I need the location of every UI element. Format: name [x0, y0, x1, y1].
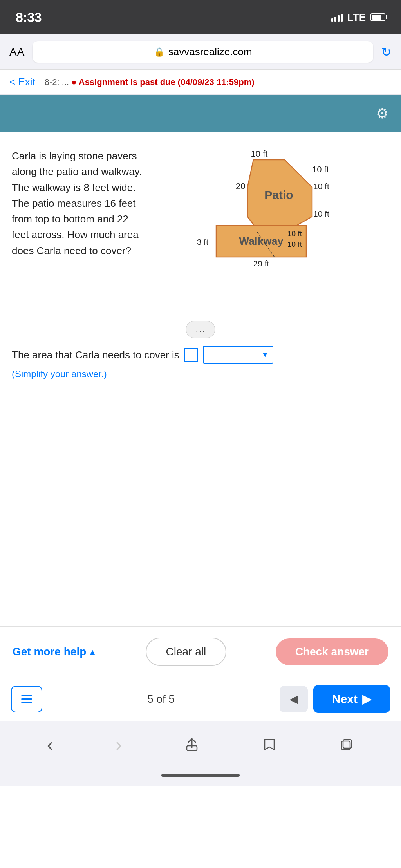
- clear-all-button[interactable]: Clear all: [146, 638, 227, 666]
- check-answer-button[interactable]: Check answer: [276, 638, 388, 665]
- chevron-up-icon: ▲: [89, 647, 96, 656]
- svg-text:10 ft: 10 ft: [251, 149, 268, 159]
- refresh-icon[interactable]: ↻: [381, 45, 392, 60]
- svg-text:Patio: Patio: [264, 188, 293, 201]
- aa-button[interactable]: AA: [9, 46, 25, 58]
- past-due-text: ● Assignment is past due (04/09/23 11:59…: [71, 77, 254, 87]
- browser-nav: ‹ ›: [0, 721, 401, 768]
- get-more-help-label: Get more help: [13, 646, 86, 658]
- problem-text: Carla is laying stone pavers along the p…: [12, 148, 145, 259]
- back-button[interactable]: ‹: [47, 734, 53, 755]
- expand-row: ...: [12, 321, 389, 338]
- home-indicator: [0, 768, 401, 786]
- nav-bar: < Exit 8-2: ... ● Assignment is past due…: [0, 70, 401, 95]
- main-content: Carla is laying stone pavers along the p…: [0, 132, 401, 626]
- svg-text:Walkway: Walkway: [239, 235, 283, 247]
- svg-text:10 ft: 10 ft: [313, 182, 329, 191]
- action-bar: Get more help ▲ Clear all Check answer: [0, 626, 401, 677]
- lte-label: LTE: [347, 11, 366, 24]
- answer-dropdown[interactable]: ▼: [203, 346, 273, 364]
- list-icon: [20, 692, 34, 706]
- browser-bar: AA 🔒 savvasrealize.com ↻: [0, 34, 401, 70]
- url-text: savvasrealize.com: [168, 46, 252, 58]
- answer-section: The area that Carla needs to cover is ▼ …: [12, 346, 389, 380]
- forward-button[interactable]: ›: [116, 734, 122, 755]
- svg-rect-14: [21, 695, 32, 696]
- get-more-help-button[interactable]: Get more help ▲: [13, 646, 96, 658]
- status-time: 8:33: [16, 10, 42, 25]
- svg-text:10 ft: 10 ft: [312, 165, 329, 174]
- status-right: LTE: [331, 11, 385, 24]
- share-button[interactable]: [184, 737, 199, 752]
- svg-text:10 ft: 10 ft: [287, 240, 302, 248]
- next-button[interactable]: Next ▶: [313, 685, 390, 713]
- assignment-info: 8-2: ... ● Assignment is past due (04/09…: [45, 77, 392, 87]
- signal-icon: [331, 13, 343, 22]
- next-arrow-icon: ▶: [362, 692, 371, 706]
- battery-icon: [370, 13, 385, 21]
- dropdown-arrow-icon: ▼: [262, 351, 269, 359]
- svg-text:29 ft: 29 ft: [253, 259, 269, 268]
- pagination-bar: 5 of 5 ◀ Next ▶: [0, 677, 401, 721]
- exit-button[interactable]: < Exit: [9, 76, 35, 88]
- tabs-button[interactable]: [339, 737, 354, 752]
- diagram-svg: 10 ft 10 ft 20 ft Patio 10 ft 10 ft Wa: [153, 148, 389, 289]
- problem-section: Carla is laying stone pavers along the p…: [12, 148, 389, 297]
- svg-rect-16: [21, 702, 32, 703]
- page-info: 5 of 5: [147, 693, 175, 705]
- next-label: Next: [332, 693, 358, 706]
- status-bar: 8:33 LTE: [0, 0, 401, 34]
- answer-row: The area that Carla needs to cover is ▼: [12, 346, 389, 364]
- bookmarks-button[interactable]: [262, 737, 277, 752]
- header-bar: ⚙: [0, 95, 401, 132]
- diagram-area: 10 ft 10 ft 20 ft Patio 10 ft 10 ft Wa: [153, 148, 389, 297]
- lock-icon: 🔒: [154, 47, 164, 57]
- list-view-button[interactable]: [11, 686, 42, 712]
- page-nav-group: ◀ Next ▶: [280, 685, 390, 713]
- content-spacer: [12, 380, 389, 615]
- svg-text:10 ft: 10 ft: [313, 209, 329, 218]
- home-bar: [161, 774, 240, 777]
- svg-rect-15: [21, 698, 32, 700]
- assignment-breadcrumb: 8-2: ...: [45, 77, 69, 87]
- prev-button[interactable]: ◀: [280, 686, 308, 712]
- expand-button[interactable]: ...: [186, 321, 215, 338]
- answer-checkbox[interactable]: [184, 348, 198, 362]
- svg-text:10 ft: 10 ft: [287, 230, 302, 238]
- divider: [12, 309, 389, 309]
- answer-prefix: The area that Carla needs to cover is: [12, 349, 179, 361]
- url-bar[interactable]: 🔒 savvasrealize.com: [33, 41, 373, 63]
- svg-text:23 ft: 23 ft: [197, 237, 208, 246]
- simplify-hint: (Simplify your answer.): [12, 369, 389, 380]
- gear-icon[interactable]: ⚙: [376, 105, 388, 122]
